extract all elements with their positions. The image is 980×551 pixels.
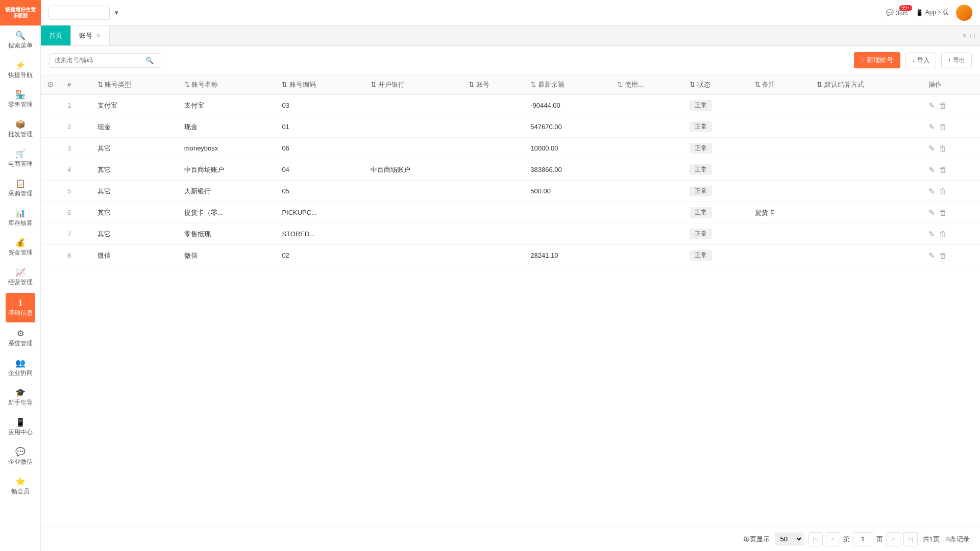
- edit-button[interactable]: ✎: [928, 101, 935, 110]
- menu-icon: 💰: [15, 238, 26, 247]
- sidebar-item-企业微信[interactable]: 💬企业微信: [3, 442, 38, 471]
- menu-label: 采购管理: [8, 189, 33, 198]
- next-page-button[interactable]: >: [886, 532, 900, 546]
- export-button[interactable]: ↑ 导出: [941, 53, 972, 68]
- row-index: 5: [61, 181, 91, 202]
- header-dropdown[interactable]: ▾: [115, 9, 118, 16]
- menu-icon: ℹ: [19, 298, 22, 308]
- sidebar-item-经营管理[interactable]: 📈经营管理: [3, 262, 38, 292]
- row-code: STORED...: [276, 223, 364, 245]
- row-actions: ✎ 🗑: [922, 223, 980, 245]
- settings-icon[interactable]: ⚙: [47, 80, 54, 89]
- search-wrap: 🔍: [49, 53, 161, 68]
- table-body: 1 支付宝 支付宝 03 -90444.00 正常 ✎ 🗑 2 现金 现金 01…: [41, 95, 980, 266]
- th-remark[interactable]: ⇅ 备注: [749, 75, 811, 95]
- delete-button[interactable]: 🗑: [939, 122, 947, 132]
- table-row: 6 其它 提货卡（零... PICKUPC... 正常 提货卡 ✎ 🗑: [41, 202, 980, 223]
- delete-button[interactable]: 🗑: [939, 165, 947, 174]
- import-label: 导入: [917, 56, 929, 65]
- row-settings: [41, 95, 61, 116]
- add-account-button[interactable]: + 新增账号: [854, 52, 900, 68]
- sidebar-item-企业协同[interactable]: 👥企业协同: [3, 353, 38, 383]
- row-status: 正常: [683, 138, 749, 159]
- notification-button[interactable]: 💬 消息 99+: [886, 8, 908, 17]
- th-name[interactable]: ⇅ 账号名称: [178, 75, 276, 95]
- import-button[interactable]: ↓ 导入: [905, 53, 936, 68]
- th-balance[interactable]: ⇅ 最新余额: [524, 75, 611, 95]
- sidebar-item-零售管理[interactable]: 🏪零售管理: [3, 85, 38, 114]
- sidebar-item-库存核算[interactable]: 📊库存核算: [3, 203, 38, 233]
- edit-button[interactable]: ✎: [928, 230, 935, 239]
- row-bank: [364, 245, 462, 266]
- delete-button[interactable]: 🗑: [939, 101, 947, 110]
- th-settlement[interactable]: ⇅ 默认结算方式: [811, 75, 922, 95]
- content-area: 🔍 + 新增账号 ↓ 导入 ↑ 导出 ⚙: [41, 46, 980, 551]
- tab-close-button[interactable]: ×: [95, 31, 101, 40]
- menu-label: 畅会员: [11, 487, 30, 496]
- table-wrap: ⚙ # ⇅ 账号类型 ⇅ 账号名称 ⇅ 账号编码 ⇅ 开户银行 ⇅ 账号 ⇅ 最…: [41, 75, 980, 527]
- tab-home[interactable]: 首页: [41, 26, 71, 45]
- sidebar-item-基础信息[interactable]: ℹ基础信息: [6, 293, 35, 322]
- edit-button[interactable]: ✎: [928, 208, 935, 217]
- sidebar-item-采购管理[interactable]: 📋采购管理: [3, 173, 38, 203]
- sidebar-item-批发管理[interactable]: 📦批发管理: [3, 114, 38, 144]
- menu-icon: 💬: [15, 447, 26, 457]
- status-badge: 正常: [690, 143, 712, 154]
- th-status[interactable]: ⇅ 状态: [683, 75, 749, 95]
- sidebar-item-应用中心[interactable]: 📱应用中心: [3, 412, 38, 442]
- row-name: 微信: [178, 245, 276, 266]
- sidebar-item-资金管理[interactable]: 💰资金管理: [3, 233, 38, 262]
- sidebar-item-新手引导[interactable]: 🎓新手引导: [3, 383, 38, 412]
- sidebar-item-快捷导航[interactable]: ⚡快捷导航: [3, 55, 38, 85]
- th-usage[interactable]: ⇅ 使用...: [611, 75, 683, 95]
- delete-button[interactable]: 🗑: [939, 187, 947, 196]
- menu-label: 快捷导航: [8, 71, 33, 80]
- row-status: 正常: [683, 223, 749, 245]
- row-actions: ✎ 🗑: [922, 138, 980, 159]
- row-account: [462, 95, 524, 116]
- delete-button[interactable]: 🗑: [939, 230, 947, 239]
- row-type: 其它: [91, 138, 178, 159]
- row-type: 微信: [91, 245, 178, 266]
- page-input[interactable]: [853, 532, 873, 546]
- export-label: 导出: [953, 56, 965, 65]
- row-index: 7: [61, 223, 91, 245]
- edit-button[interactable]: ✎: [928, 251, 935, 260]
- sidebar-item-搜索菜单[interactable]: 🔍搜索菜单: [3, 26, 38, 55]
- delete-button[interactable]: 🗑: [939, 208, 947, 217]
- th-bank[interactable]: ⇅ 开户银行: [364, 75, 462, 95]
- window-max-button[interactable]: □: [971, 32, 975, 40]
- prev-page-button[interactable]: <: [826, 532, 840, 546]
- user-avatar[interactable]: [956, 5, 972, 21]
- edit-button[interactable]: ✎: [928, 165, 935, 174]
- edit-button[interactable]: ✎: [928, 144, 935, 153]
- header-search-input[interactable]: [48, 6, 110, 20]
- edit-button[interactable]: ✎: [928, 122, 935, 132]
- delete-button[interactable]: 🗑: [939, 144, 947, 153]
- edit-button[interactable]: ✎: [928, 187, 935, 196]
- tab-accounts[interactable]: 账号 ×: [71, 26, 110, 45]
- page-suffix: 页: [876, 535, 883, 544]
- row-usage: [611, 245, 683, 266]
- th-account[interactable]: ⇅ 账号: [462, 75, 524, 95]
- top-header: ▾ 💬 消息 99+ 📱 App下载: [41, 0, 980, 26]
- sidebar-item-系统管理[interactable]: ⚙系统管理: [3, 323, 38, 353]
- th-type[interactable]: ⇅ 账号类型: [91, 75, 178, 95]
- sidebar-item-电商管理[interactable]: 🛒电商管理: [3, 144, 38, 173]
- last-page-button[interactable]: >|: [903, 532, 918, 546]
- row-name: moneybosx: [178, 138, 276, 159]
- th-code[interactable]: ⇅ 账号编码: [276, 75, 364, 95]
- row-settlement: [811, 138, 922, 159]
- search-input[interactable]: [50, 54, 141, 67]
- delete-button[interactable]: 🗑: [939, 251, 947, 260]
- table-header: ⚙ # ⇅ 账号类型 ⇅ 账号名称 ⇅ 账号编码 ⇅ 开户银行 ⇅ 账号 ⇅ 最…: [41, 75, 980, 95]
- search-button[interactable]: 🔍: [141, 54, 158, 67]
- first-page-button[interactable]: |<: [808, 532, 823, 546]
- page-size-select[interactable]: 50 20 100: [775, 533, 803, 545]
- sidebar-item-畅会员[interactable]: ⭐畅会员: [3, 471, 38, 501]
- row-usage: [611, 95, 683, 116]
- app-download-button[interactable]: 📱 App下载: [916, 8, 948, 17]
- window-close-button[interactable]: ×: [962, 32, 966, 40]
- row-code: 05: [276, 181, 364, 202]
- menu-icon: 📱: [15, 417, 26, 427]
